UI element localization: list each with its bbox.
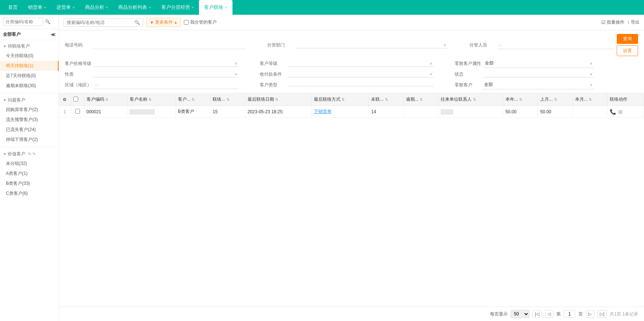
filter-retail2-select[interactable]: 全部 ∨: [483, 80, 594, 89]
settings-btn[interactable]: 设置: [617, 45, 638, 56]
sidebar-item-overdue[interactable]: 逾期未联络(30): [0, 81, 59, 91]
first-page-btn[interactable]: |◁: [532, 310, 542, 318]
prev-page-btn[interactable]: ◁: [545, 310, 553, 318]
my-customers-checkbox-wrap[interactable]: 我分管的客户: [184, 19, 217, 25]
sort-month-icon[interactable]: ⇅: [589, 97, 592, 101]
close-customer-tier-icon[interactable]: ×: [192, 0, 194, 15]
th-contacts[interactable]: 往来单位联系人 ⇅: [438, 93, 503, 106]
sidebar-item-tomorrow[interactable]: 明天待联络(1): [0, 61, 59, 71]
th-last-contact-method[interactable]: 最后联络方式 ⇅: [311, 93, 369, 106]
close-sales-icon[interactable]: ×: [44, 0, 46, 15]
sort-method-icon[interactable]: ⇅: [342, 97, 344, 101]
filter-level-select[interactable]: ∨: [288, 60, 434, 67]
per-page-select[interactable]: 50 100 200: [511, 310, 529, 318]
filter-price-select[interactable]: ∨: [94, 60, 239, 67]
sidebar-item-abnormal[interactable]: 回购异常客户(2): [0, 105, 59, 115]
sort-last-month-icon[interactable]: ⇅: [554, 97, 557, 101]
region-dots-icon[interactable]: ···: [95, 82, 99, 87]
sidebar-item-b-class[interactable]: B类客户(33): [0, 179, 59, 189]
row-check[interactable]: [71, 106, 84, 118]
nav-item-analysis-list[interactable]: 商品分析列表 ×: [113, 0, 156, 15]
value-group-icons[interactable]: ↻ ✎: [28, 152, 36, 156]
sidebar-value-label[interactable]: ▼ 价值客户 ↻ ✎: [0, 149, 59, 159]
toolbar-search-icon[interactable]: 🔍: [134, 20, 140, 25]
filter-status-select[interactable]: ∨: [483, 71, 594, 77]
toolbar-search-input[interactable]: [67, 20, 133, 25]
sidebar-item-churn-warning[interactable]: 流失预警客户(3): [0, 115, 59, 125]
th-overdue[interactable]: 逾期... ⇅: [403, 93, 438, 106]
row-last-contact-method[interactable]: 下销货单: [311, 106, 369, 118]
person-dots-icon[interactable]: ···: [499, 42, 503, 48]
sort-name-icon[interactable]: ⇅: [148, 97, 151, 101]
th-last-month[interactable]: 上月... ⇅: [538, 93, 573, 106]
sidebar-item-ungrouped[interactable]: 未分组(32): [0, 159, 59, 169]
sidebar-item-churned[interactable]: 已流失客户(24): [0, 125, 59, 135]
grid-action-icon[interactable]: ⊞: [618, 109, 623, 115]
close-purchase-icon[interactable]: ×: [72, 0, 74, 15]
filter-region: 区域（地区） ···: [65, 81, 239, 89]
batch-ops-btn[interactable]: ☑ 批量操作: [601, 19, 624, 25]
last-page-btn[interactable]: ▷|: [597, 310, 607, 318]
next-page-btn[interactable]: ▷: [586, 310, 594, 318]
sort-contacts-icon[interactable]: ⇅: [473, 97, 476, 101]
sidebar-all-customers[interactable]: 全部客户 ≪: [0, 29, 59, 40]
sidebar-item-declining[interactable]: 持续下滑客户(2): [0, 135, 59, 145]
th-last-contact-date[interactable]: 最后联络日期 ⇅: [245, 93, 311, 106]
nav-item-customer-tier[interactable]: 客户分层经营 ×: [156, 0, 199, 15]
nav-home[interactable]: 首页: [3, 0, 23, 15]
settings-icon[interactable]: ⚙: [63, 97, 67, 102]
sidebar-item-7days[interactable]: 近7天待联络(0): [0, 71, 59, 81]
filter-nature-select[interactable]: ∨: [93, 71, 239, 77]
th-customer-code[interactable]: 客户编码 ⇅: [84, 93, 127, 106]
sidebar-pending-label[interactable]: ▼ 待联络客户: [0, 42, 59, 51]
sidebar-item-c-class[interactable]: C类客户(6): [0, 189, 59, 199]
sidebar-search-input[interactable]: [3, 18, 43, 26]
sort-overdue-icon[interactable]: ⇅: [420, 97, 423, 101]
sort-code-icon[interactable]: ⇅: [105, 97, 108, 101]
th-contact-count[interactable]: 联络... ⇅: [210, 93, 245, 106]
my-customers-checkbox[interactable]: [184, 20, 189, 25]
sidebar-item-today[interactable]: 今天待联络(0): [0, 51, 59, 61]
nav-item-customer-contact[interactable]: 客户联络 ×: [199, 0, 232, 15]
th-checkbox[interactable]: [71, 93, 84, 106]
sidebar-pending-group: ▼ 待联络客户 今天待联络(0) 明天待联络(1) 近7天待联络(0) 逾期未联…: [0, 40, 59, 92]
th-customer-type[interactable]: 客户... ⇅: [175, 93, 210, 106]
sort-date-icon[interactable]: ⇅: [275, 97, 278, 101]
contact-method-link[interactable]: 下销货单: [314, 109, 332, 114]
filter-pay-select[interactable]: ∨: [288, 71, 434, 77]
query-btn[interactable]: 查询: [617, 34, 638, 44]
page-number-input[interactable]: [564, 310, 575, 318]
nav-item-analysis[interactable]: 商品分析 ×: [80, 0, 113, 15]
phone-action-icon[interactable]: 📞: [610, 109, 616, 115]
th-customer-name[interactable]: 客户名称 ⇅: [127, 93, 175, 106]
row-checkbox[interactable]: [75, 109, 80, 114]
th-this-year[interactable]: 本年... ⇅: [503, 93, 538, 106]
sort-uncontacted-icon[interactable]: ⇅: [385, 97, 388, 101]
sort-count-icon[interactable]: ⇅: [227, 97, 230, 101]
filter-customer-type-select[interactable]: [288, 84, 434, 86]
sidebar-search-icon[interactable]: 🔍: [45, 19, 50, 24]
filter-person-select[interactable]: ···: [497, 41, 614, 49]
export-btn[interactable]: ↑ 导出: [627, 19, 640, 25]
filter-region-select[interactable]: ···: [94, 81, 239, 89]
sidebar-problem-label[interactable]: ▼ 问题客户: [0, 96, 59, 105]
row-contacts: ████: [438, 106, 503, 118]
filter-retail-select[interactable]: 全部 ∨: [483, 59, 594, 68]
th-uncontacted[interactable]: 未联... ⇅: [369, 93, 403, 106]
close-analysis-list-icon[interactable]: ×: [148, 0, 151, 15]
customer-name-masked: ████████: [130, 109, 155, 114]
nav-item-purchase[interactable]: 进货单 ×: [51, 0, 80, 15]
sidebar: 🔍 全部客户 ≪ ▼ 待联络客户 今天待联络(0) 明天待联络(1) 近7天待联…: [0, 15, 59, 321]
filter-more-btn[interactable]: ▼ 更多条件 ▲: [146, 18, 181, 27]
filter-dept-select[interactable]: ∨: [295, 42, 448, 48]
sort-type-icon[interactable]: ⇅: [192, 97, 195, 101]
filter-phone-input[interactable]: [93, 41, 245, 49]
nav-item-sales[interactable]: 销货单 ×: [23, 0, 51, 15]
close-customer-contact-icon[interactable]: ×: [225, 0, 227, 15]
sidebar-item-a-class[interactable]: A类客户(1): [0, 169, 59, 179]
th-settings[interactable]: ⚙: [59, 93, 71, 106]
select-all-checkbox[interactable]: [73, 97, 78, 101]
sort-year-icon[interactable]: ⇅: [519, 97, 522, 101]
close-analysis-icon[interactable]: ×: [106, 0, 108, 15]
th-this-month[interactable]: 本月... ⇅: [573, 93, 607, 106]
